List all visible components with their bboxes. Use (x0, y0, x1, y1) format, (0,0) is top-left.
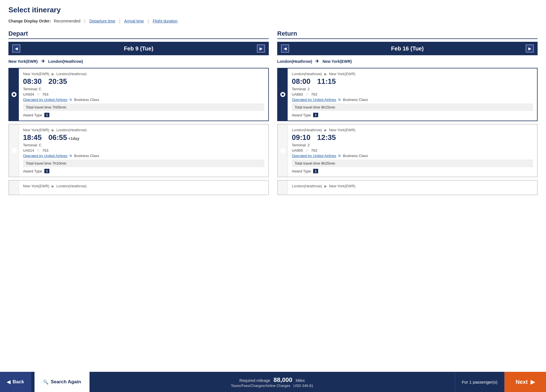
return-header: Return (277, 30, 538, 39)
page-title: Select itinerary (8, 6, 538, 14)
taxes-value: USD 346.81 (293, 384, 313, 388)
depart-flight-card-2[interactable]: New York(EWR) ▶ London(Heathrow) (8, 180, 269, 195)
depart-date: Feb 9 (Tue) (124, 45, 153, 52)
depart-operated-link-1[interactable]: Operated by United Airlines (23, 154, 67, 158)
return-travel-time-0: Total travel time 8h15min (292, 103, 533, 111)
depart-flight-card-0[interactable]: New York(EWR) ▶ London(Heathrow) 08:30 2… (8, 68, 269, 121)
next-button[interactable]: Next ▶ (504, 372, 546, 392)
return-radio-0[interactable] (280, 92, 285, 97)
next-chevron-icon: ▶ (531, 379, 535, 385)
depart-column: Depart ◀ Feb 9 (Tue) ▶ New York(EWR) ✈ L… (8, 30, 269, 198)
departure-time-link[interactable]: Departure time (89, 19, 115, 23)
return-operated-link-0[interactable]: Operated by United Airlines (292, 98, 336, 102)
search-again-button[interactable]: 🔍 Search Again (35, 372, 90, 392)
depart-fd-depart-time-0: 08:30 (23, 77, 42, 86)
back-button[interactable]: ◀ Back (0, 372, 31, 392)
depart-header: Depart (8, 30, 269, 39)
return-ext-icon-0: ⧉ (338, 98, 341, 102)
return-flight-card-2[interactable]: London(Heathrow) ▶ New York(EWR) (277, 180, 538, 195)
return-flight-card-1[interactable]: London(Heathrow) ▶ New York(EWR) 09:10 1… (277, 124, 538, 177)
depart-award-badge-0: 1 (44, 113, 49, 117)
return-fd-from-2: London(Heathrow) (292, 184, 322, 188)
search-icon: 🔍 (43, 379, 49, 385)
depart-ext-icon-0: ⧉ (70, 98, 72, 102)
return-from: London(Heathrow) (277, 59, 312, 64)
return-radio-col-0 (278, 68, 288, 121)
depart-fd-arrive-time-1: 06:55+1day (49, 133, 80, 142)
depart-flight-details-1: New York(EWR) ▶ London(Heathrow) 18:45 0… (19, 124, 268, 177)
return-fd-arrow-1: ▶ (324, 128, 327, 132)
depart-fd-terminal-0: Terminal: C (23, 87, 264, 91)
depart-fd-from-0: New York(EWR) (23, 72, 49, 76)
return-award-label-1: Award Type (292, 169, 311, 173)
flight-duration-link[interactable]: Flight duration (153, 19, 178, 23)
back-label: Back (13, 379, 24, 385)
depart-fd-to-1: London(Heathrow) (56, 128, 87, 132)
depart-radio-0[interactable] (12, 92, 17, 97)
return-star-icon-1: ☆ (305, 148, 309, 153)
return-plane-icon: ✈ (315, 59, 319, 64)
passenger-label: For 1 passenger(s) (462, 380, 497, 384)
depart-fd-to-2: London(Heathrow) (56, 184, 87, 188)
depart-radio-col-1 (9, 124, 19, 177)
depart-award-badge-1: 1 (44, 169, 49, 173)
depart-radio-1[interactable] (12, 148, 17, 153)
return-fd-depart-time-1: 09:10 (292, 133, 311, 142)
search-again-label: Search Again (51, 379, 81, 385)
return-fd-aircraft-0: 763 (311, 92, 317, 96)
depart-prev-btn[interactable]: ◀ (12, 45, 20, 52)
depart-to: London(Heathrow) (48, 59, 83, 64)
depart-star-icon-0: ☆ (36, 92, 40, 96)
depart-star-icon-1: ☆ (36, 148, 40, 153)
return-radio-1[interactable] (280, 148, 285, 153)
display-order-value: Recommended (54, 19, 81, 23)
depart-class-1: Business Class (74, 154, 99, 158)
return-radio-col-1 (278, 124, 288, 177)
depart-fd-terminal-1: Terminal: C (23, 143, 264, 147)
return-fd-from-0: London(Heathrow) (292, 72, 322, 76)
depart-travel-time-0: Total travel time 7h05min (23, 103, 264, 111)
depart-fd-arrive-time-0: 20:35 (49, 77, 68, 86)
return-route-row: London(Heathrow) ✈ New York(EWR) (277, 57, 538, 65)
return-ext-icon-1: ⧉ (338, 154, 341, 158)
return-class-0: Business Class (343, 98, 368, 102)
return-column: Return ◀ Feb 16 (Tue) ▶ London(Heathrow)… (277, 30, 538, 198)
arrival-time-link[interactable]: Arrival time (124, 19, 144, 23)
return-fd-depart-time-0: 08:00 (292, 77, 311, 86)
depart-fd-arrow-1: ▶ (52, 128, 54, 132)
return-flight-card-0[interactable]: London(Heathrow) ▶ New York(EWR) 08:00 1… (277, 68, 538, 121)
depart-plane-icon: ✈ (41, 59, 45, 64)
return-fd-to-2: New York(EWR) (329, 184, 355, 188)
depart-operated-link-0[interactable]: Operated by United Airlines (23, 98, 67, 102)
return-prev-btn[interactable]: ◀ (281, 45, 289, 52)
depart-from: New York(EWR) (8, 59, 38, 64)
depart-date-nav: ◀ Feb 9 (Tue) ▶ (8, 42, 269, 55)
depart-flight-details-0: New York(EWR) ▶ London(Heathrow) 08:30 2… (19, 68, 268, 121)
depart-ext-icon-1: ⧉ (70, 154, 72, 158)
depart-travel-time-1: Total travel time 7h10min (23, 160, 264, 167)
return-class-1: Business Class (343, 154, 368, 158)
taxes-label: Taxes/Fees/Charges/Airline Charges (231, 384, 290, 388)
return-next-btn[interactable]: ▶ (526, 45, 534, 52)
depart-fd-to-0: London(Heathrow) (56, 72, 87, 76)
depart-fd-aircraft-0: 763 (42, 92, 49, 96)
return-travel-time-1: Total travel time 8h25min (292, 160, 533, 167)
depart-fd-depart-time-1: 18:45 (23, 133, 42, 142)
depart-fd-from-1: New York(EWR) (23, 128, 49, 132)
return-fd-terminal-0: Terminal: 2 (292, 87, 533, 91)
depart-fd-arrow-0: ▶ (52, 72, 54, 76)
depart-fd-code-1: UA014 (23, 148, 34, 153)
return-award-label-0: Award Type (292, 113, 311, 117)
depart-flight-card-1[interactable]: New York(EWR) ▶ London(Heathrow) 18:45 0… (8, 124, 269, 177)
depart-route-row: New York(EWR) ✈ London(Heathrow) (8, 57, 269, 65)
depart-next-btn[interactable]: ▶ (257, 45, 265, 52)
depart-award-label-0: Award Type (23, 113, 42, 117)
return-date-nav: ◀ Feb 16 (Tue) ▶ (277, 42, 538, 55)
return-award-badge-0: 1 (313, 113, 318, 117)
return-fd-terminal-1: Terminal: 2 (292, 143, 533, 147)
mileage-section: Required mileage 88,000 Miles Taxes/Fees… (90, 376, 455, 388)
return-fd-to-1: New York(EWR) (329, 128, 355, 132)
return-fd-to-0: New York(EWR) (329, 72, 355, 76)
return-operated-link-1[interactable]: Operated by United Airlines (292, 154, 336, 158)
depart-fd-aircraft-1: 763 (42, 148, 49, 153)
